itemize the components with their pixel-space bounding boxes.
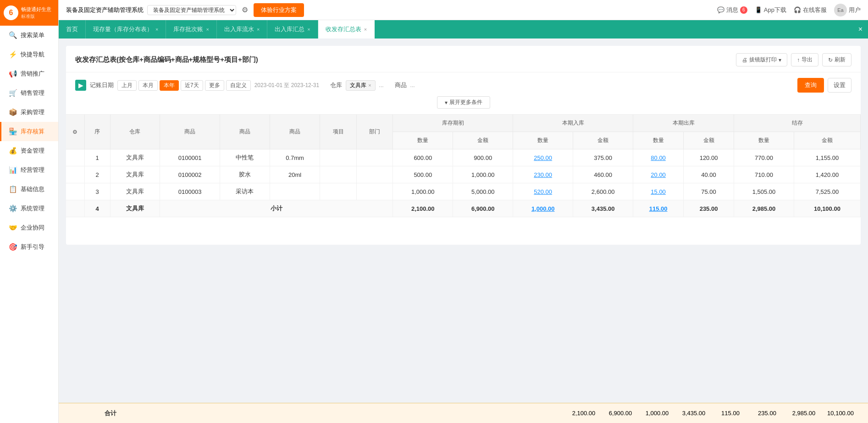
data-table-container: ⚙ 序 仓库 商品 商品 商品 项目 部门 库存期初 本期入库 本期出库 xyxy=(66,115,861,245)
sidebar-item-purchase[interactable]: 📦采购管理 xyxy=(0,103,58,122)
settings-filter-button[interactable]: 设置 xyxy=(828,78,851,93)
sidebar-item-system[interactable]: ⚙️系统管理 xyxy=(0,199,58,218)
date-btn-近7天[interactable]: 近7天 xyxy=(181,80,203,91)
export-label: 导出 xyxy=(802,56,813,64)
cell-code: 0100001 xyxy=(160,149,220,166)
cell-in-qty[interactable]: 250.00 xyxy=(513,149,573,166)
notification-label: 消息 xyxy=(726,6,738,14)
cell-bal-qty: 710.00 xyxy=(734,166,794,183)
sub-out-qty[interactable]: 115.00 xyxy=(633,200,684,217)
user-item[interactable]: Ea 用户 xyxy=(834,4,861,16)
table-settings-icon[interactable]: ⚙ xyxy=(72,129,77,135)
sidebar-item-enterprise[interactable]: 🤝企业协同 xyxy=(0,218,58,237)
cell-bal-amt: 7,525.00 xyxy=(794,183,860,200)
sidebar-item-label: 企业协同 xyxy=(21,224,44,232)
tab-close-icon[interactable]: × xyxy=(155,27,158,32)
cell-code: 0100003 xyxy=(160,183,220,200)
sidebar-item-label: 快捷导航 xyxy=(21,50,44,59)
sidebar-item-newbie[interactable]: 🎯新手引导 xyxy=(0,237,58,257)
query-button[interactable]: 查询 xyxy=(797,78,824,93)
cell-name: 中性笔 xyxy=(220,149,270,166)
th-out-qty: 数量 xyxy=(633,132,684,149)
sidebar-item-inventory[interactable]: 🏪库存核算 xyxy=(0,122,58,141)
th-in: 本期入库 xyxy=(513,115,633,132)
th-product-code: 商品 xyxy=(160,115,220,149)
date-btn-本月[interactable]: 本月 xyxy=(138,80,158,91)
expand-down-icon: ▾ xyxy=(445,99,448,106)
expand-label: 展开更多条件 xyxy=(449,99,482,106)
cell-open-amt: 1,000.00 xyxy=(453,166,513,183)
sidebar-item-marketing[interactable]: 📢营销推广 xyxy=(0,64,58,83)
cell-warehouse: 文具库 xyxy=(110,183,160,200)
total-bal-qty: 2,985.00 xyxy=(785,410,822,417)
system-icon: ⚙️ xyxy=(9,204,17,213)
marketing-icon: 📢 xyxy=(9,70,17,78)
app-download-item[interactable]: 📱 App下载 xyxy=(755,6,786,14)
sidebar-item-quicknav[interactable]: ⚡快捷导航 xyxy=(0,45,58,64)
cell-out-amt: 75.00 xyxy=(684,183,734,200)
online-service-item[interactable]: 🎧 在线客服 xyxy=(794,6,827,14)
tab-close-icon[interactable]: × xyxy=(364,27,367,32)
th-product-spec: 商品 xyxy=(270,115,320,149)
cell-settings xyxy=(66,166,84,183)
th-bal-amt: 金额 xyxy=(794,132,860,149)
th-in-amt: 金额 xyxy=(573,132,633,149)
sidebar-item-operation[interactable]: 📊经营管理 xyxy=(0,160,58,180)
tab-label: 库存批次账 xyxy=(173,25,203,33)
table-row: 1 文具库 0100001 中性笔 0.7mm 600.00 900.00 25… xyxy=(66,149,861,166)
sidebar-item-finance[interactable]: 💰资金管理 xyxy=(0,141,58,160)
cell-out-qty[interactable]: 15.00 xyxy=(633,183,684,200)
cell-out-amt: 120.00 xyxy=(684,149,734,166)
cell-out-qty[interactable]: 80.00 xyxy=(633,149,684,166)
sub-warehouse: 文具库 xyxy=(110,200,160,217)
product-more[interactable]: ... xyxy=(410,82,415,88)
warehouse-remove[interactable]: × xyxy=(368,82,371,88)
date-btn-本年[interactable]: 本年 xyxy=(160,80,179,91)
export-button[interactable]: ↑ 导出 xyxy=(791,53,818,66)
tab-inout-summary[interactable]: 出入库汇总× xyxy=(267,20,318,38)
sub-bal-qty: 2,985.00 xyxy=(734,200,794,217)
warehouse-more[interactable]: ... xyxy=(379,82,384,88)
refresh-button[interactable]: ↻ 刷新 xyxy=(822,53,851,66)
cell-name: 采访本 xyxy=(220,183,270,200)
cell-dept xyxy=(356,183,393,200)
cell-dept xyxy=(356,149,393,166)
th-dept: 部门 xyxy=(356,115,393,149)
tab-home[interactable]: 首页 xyxy=(59,20,86,38)
sidebar-item-search[interactable]: 🔍搜索菜单 xyxy=(0,26,58,45)
print-button[interactable]: 🖨 拔镜版打印 ▾ xyxy=(736,53,787,66)
tab-stock-dist[interactable]: 现存量（库存分布表）× xyxy=(86,20,166,38)
gear-icon[interactable]: ⚙ xyxy=(242,5,248,14)
system-select[interactable]: 装备及固定资产辅助管理系统 xyxy=(147,5,236,15)
headset-icon: 🎧 xyxy=(794,6,801,13)
sidebar-item-sales[interactable]: 🛒销售管理 xyxy=(0,83,58,103)
sub-settings xyxy=(66,200,84,217)
tab-close-icon[interactable]: × xyxy=(307,27,310,32)
sidebar-item-label: 库存核算 xyxy=(21,127,44,136)
expand-button[interactable]: ▾ 展开更多条件 xyxy=(437,96,490,109)
tab-close-all[interactable]: × xyxy=(853,25,868,33)
date-btn-更多[interactable]: 更多 xyxy=(205,80,224,91)
th-open-amt: 金额 xyxy=(453,132,513,149)
tab-close-icon[interactable]: × xyxy=(257,27,260,32)
filter-toggle[interactable]: ▶ xyxy=(75,80,86,91)
th-balance: 结存 xyxy=(734,115,861,132)
date-btn-上月[interactable]: 上月 xyxy=(117,80,137,91)
cell-out-qty[interactable]: 20.00 xyxy=(633,166,684,183)
notification-item[interactable]: 💬 消息 6 xyxy=(717,6,747,14)
tab-batch[interactable]: 库存批次账× xyxy=(166,20,216,38)
date-btn-自定义[interactable]: 自定义 xyxy=(226,80,251,91)
tab-close-icon[interactable]: × xyxy=(206,27,209,32)
sub-in-qty[interactable]: 1,000.00 xyxy=(513,200,573,217)
cell-in-qty[interactable]: 230.00 xyxy=(513,166,573,183)
app-title: 畅捷通好生意 xyxy=(21,6,51,13)
cell-warehouse: 文具库 xyxy=(110,166,160,183)
inventory-icon: 🏪 xyxy=(9,127,17,136)
print-label: 拔镜版打印 xyxy=(749,56,777,64)
sidebar-item-basic[interactable]: 📋基础信息 xyxy=(0,180,58,199)
sidebar-item-label: 销售管理 xyxy=(21,89,44,97)
trial-button[interactable]: 体验行业方案 xyxy=(254,3,304,17)
tab-recv-send[interactable]: 收发存汇总表× xyxy=(318,20,375,38)
tab-inout-flow[interactable]: 出入库流水× xyxy=(217,20,267,38)
cell-in-qty[interactable]: 520.00 xyxy=(513,183,573,200)
